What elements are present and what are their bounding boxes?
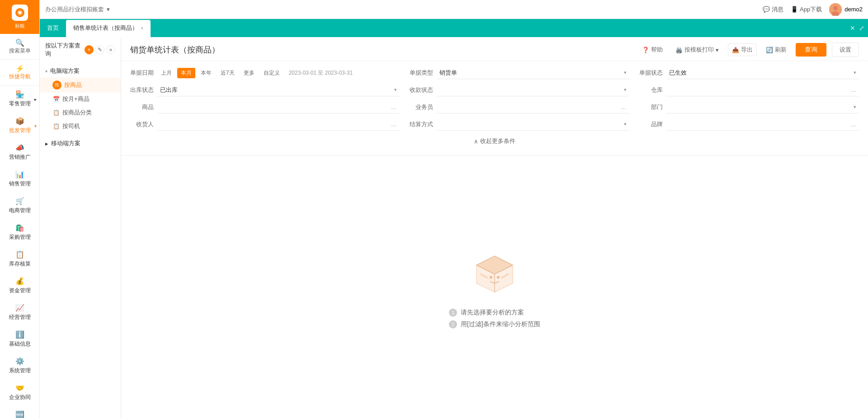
brand-input[interactable]: … bbox=[666, 118, 859, 131]
scheme-driver-icon: 📋 bbox=[52, 123, 60, 129]
tip-num-1: 1 bbox=[449, 309, 457, 317]
page-title: 销货单统计表（按商品） bbox=[130, 44, 220, 55]
sidebar-quick-nav[interactable]: ⚡ 快捷导航 bbox=[0, 60, 39, 86]
sidebar-item-purchase-label: 采购管理 bbox=[9, 233, 31, 241]
sidebar-item-inventory[interactable]: 📋 库存核算 bbox=[0, 246, 39, 272]
empty-tips: 1 请先选择要分析的方案 2 用[过滤]条件来缩小分析范围 bbox=[449, 309, 540, 328]
out-status-label: 出库状态 bbox=[130, 86, 157, 94]
svg-point-11 bbox=[497, 276, 500, 279]
add-scheme-btn[interactable]: + bbox=[85, 45, 94, 54]
warehouse-dots[interactable]: … bbox=[850, 86, 856, 93]
guide-icon: 🆕 bbox=[15, 410, 24, 418]
edit-scheme-btn[interactable]: ✎ bbox=[95, 45, 104, 54]
doc-type-select[interactable]: 销货单 ▾ bbox=[437, 66, 629, 79]
scheme-item-by-product[interactable]: 按 按商品 bbox=[40, 78, 121, 92]
export-icon: 📤 bbox=[732, 47, 739, 53]
scheme-item-by-category[interactable]: 📋 按商品分类 bbox=[40, 106, 121, 119]
export-btn[interactable]: 📤 导出 bbox=[728, 43, 757, 56]
tab-sales-stats[interactable]: 销售单统计表（按商品） × bbox=[66, 20, 151, 38]
print-btn[interactable]: 🖨️ 按模板打印 ▾ bbox=[672, 44, 722, 56]
tab-close-all-icon[interactable]: ✕ bbox=[850, 24, 855, 32]
date-tab-custom[interactable]: 自定义 bbox=[260, 68, 283, 78]
app-download-label: App下载 bbox=[800, 5, 822, 14]
date-tab-last-month[interactable]: 上月 bbox=[157, 68, 175, 78]
product-dots[interactable]: … bbox=[391, 104, 397, 110]
tab-expand-icon[interactable]: ⤢ bbox=[859, 24, 864, 32]
settlement-select[interactable]: ▾ bbox=[437, 118, 629, 131]
sidebar-item-retail[interactable]: 🏪 零售管理 ▸ bbox=[0, 86, 39, 112]
svg-point-1 bbox=[19, 11, 21, 14]
pay-status-chevron-icon: ▾ bbox=[624, 87, 627, 93]
warehouse-input[interactable]: … bbox=[666, 84, 859, 96]
scheme-by-category-label: 按商品分类 bbox=[62, 109, 92, 117]
refresh-btn[interactable]: 🔄 刷新 bbox=[762, 44, 790, 56]
marketing-icon: 📣 bbox=[15, 143, 24, 152]
scheme-item-by-month-product[interactable]: 📅 按月+商品 bbox=[40, 92, 121, 106]
department-chevron-icon: ▾ bbox=[854, 104, 856, 110]
date-tab-this-month[interactable]: 本月 bbox=[177, 68, 195, 78]
receiver-dots[interactable]: … bbox=[391, 121, 397, 128]
pc-group-header[interactable]: ▾ 电脑端方案 bbox=[40, 64, 121, 78]
sidebar-item-basic[interactable]: ℹ️ 基础信息 bbox=[0, 326, 39, 352]
print-arrow-icon: ▾ bbox=[716, 47, 719, 53]
sidebar-item-system[interactable]: ⚙️ 系统管理 bbox=[0, 352, 39, 379]
sidebar-search[interactable]: 🔍 搜索菜单 bbox=[0, 34, 39, 60]
scheme-item-by-driver[interactable]: 📋 按司机 bbox=[40, 119, 121, 133]
tab-home[interactable]: 首页 bbox=[40, 19, 66, 37]
brand-dots[interactable]: … bbox=[850, 121, 856, 128]
sidebar-item-ecommerce[interactable]: 🛒 电商管理 bbox=[0, 192, 39, 219]
message-icon: 💬 bbox=[763, 6, 770, 13]
message-btn[interactable]: 💬 消息 bbox=[763, 5, 783, 14]
left-panel-header: 按以下方案查询 + ✎ « bbox=[40, 37, 121, 62]
app-download-btn[interactable]: 📱 App下载 bbox=[791, 5, 822, 14]
salesman-label: 业务员 bbox=[405, 103, 437, 111]
pay-status-select[interactable]: ▾ bbox=[437, 84, 629, 96]
mobile-group-header[interactable]: ▸ 移动端方案 bbox=[40, 137, 121, 150]
tab-close-icon[interactable]: × bbox=[141, 25, 143, 31]
doc-status-value: 已生效 bbox=[669, 69, 687, 77]
department-select[interactable]: ▾ bbox=[666, 101, 859, 114]
date-tab-this-year[interactable]: 本年 bbox=[197, 68, 215, 78]
sidebar-item-enterprise-label: 企业协同 bbox=[9, 394, 31, 401]
edit-icon: ✎ bbox=[98, 47, 102, 53]
sidebar-item-ecommerce-label: 电商管理 bbox=[9, 207, 31, 214]
doc-type-value: 销货单 bbox=[439, 69, 457, 77]
collapse-panel-btn[interactable]: « bbox=[106, 45, 115, 54]
warehouse-label: 仓库 bbox=[635, 86, 666, 94]
product-input[interactable]: … bbox=[157, 101, 400, 114]
sidebar-item-marketing[interactable]: 📣 营销推广 bbox=[0, 139, 39, 166]
mobile-scheme-group: ▸ 移动端方案 bbox=[40, 135, 121, 152]
date-tab-more[interactable]: 更多 bbox=[240, 68, 258, 78]
settings-button[interactable]: 设置 bbox=[832, 43, 859, 57]
empty-tip-2: 2 用[过滤]条件来缩小分析范围 bbox=[449, 320, 540, 328]
sidebar-item-purchase[interactable]: 🛍️ 采购管理 bbox=[0, 219, 39, 246]
sidebar-item-finance[interactable]: 💰 资金管理 bbox=[0, 272, 39, 299]
sidebar-item-enterprise[interactable]: 🤝 企业协同 bbox=[0, 379, 39, 406]
help-btn[interactable]: ❓ 帮助 bbox=[638, 44, 666, 56]
doc-status-select[interactable]: 已生效 ▾ bbox=[666, 66, 859, 79]
sidebar-logo[interactable]: 标账 bbox=[0, 0, 39, 34]
add-icon: + bbox=[87, 47, 90, 53]
sidebar-item-guide[interactable]: 🆕 新手引导 bbox=[0, 406, 39, 418]
doc-status-chevron-icon: ▾ bbox=[854, 70, 856, 76]
date-tab-7days[interactable]: 近7天 bbox=[217, 68, 238, 78]
wholesale-arrow-icon: ▾ bbox=[34, 123, 37, 128]
left-panel-title: 按以下方案查询 bbox=[45, 42, 82, 58]
user-menu[interactable]: demo2 bbox=[829, 3, 863, 16]
purchase-icon: 🛍️ bbox=[15, 223, 24, 232]
collapse-filters-btn[interactable]: ∧ 收起更多条件 bbox=[130, 134, 859, 148]
salesman-dots[interactable]: … bbox=[621, 104, 627, 110]
doc-type-label: 单据类型 bbox=[405, 69, 437, 77]
out-status-select[interactable]: 已出库 ▾ bbox=[157, 84, 400, 96]
receiver-input[interactable]: … bbox=[157, 118, 400, 131]
sidebar-item-sales[interactable]: 📊 销售管理 bbox=[0, 166, 39, 192]
query-button[interactable]: 查询 bbox=[796, 43, 826, 57]
operations-icon: 📈 bbox=[15, 304, 24, 312]
salesman-input[interactable]: … bbox=[437, 101, 629, 114]
industry-selector[interactable]: 办公用品行业模拟账套 ▾ bbox=[45, 5, 110, 14]
sidebar-item-wholesale[interactable]: 📦 批发管理 ▾ bbox=[0, 112, 39, 139]
out-status-value: 已出库 bbox=[160, 86, 178, 94]
sidebar-item-operations[interactable]: 📈 经营管理 bbox=[0, 299, 39, 326]
scheme-active-dot: 按 bbox=[52, 81, 61, 90]
pc-group-label: 电脑端方案 bbox=[50, 67, 80, 75]
